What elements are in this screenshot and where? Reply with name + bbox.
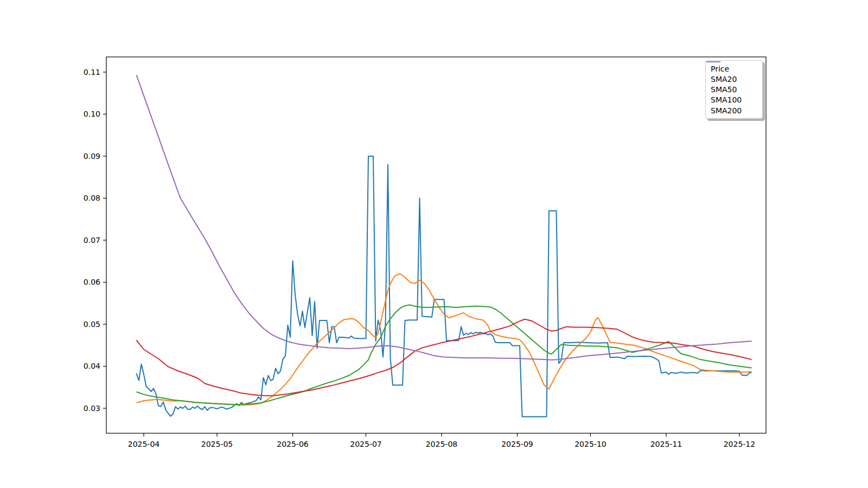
- legend-item-sma200: SMA200: [711, 105, 757, 115]
- y-tick-label: 0.11: [84, 68, 100, 76]
- legend-label-sma20: SMA20: [711, 75, 737, 84]
- y-tick-label: 0.06: [84, 278, 100, 286]
- legend: Price SMA20 SMA50 SMA100 SMA200: [705, 60, 763, 119]
- legend-item-sma50: SMA50: [711, 85, 757, 95]
- x-tick-label: 2025-06: [277, 440, 309, 448]
- legend-item-price: Price: [711, 63, 757, 74]
- y-tick-label: 0.09: [84, 152, 100, 160]
- y-tick-label: 0.10: [84, 110, 100, 118]
- x-tick-label: 2025-08: [426, 440, 458, 448]
- y-axis: 0.030.040.050.060.070.080.090.100.11: [84, 68, 106, 413]
- y-tick-label: 0.04: [84, 362, 100, 370]
- y-tick-label: 0.03: [84, 404, 100, 413]
- figure: 2025-042025-052025-062025-072025-082025-…: [0, 0, 868, 488]
- x-tick-label: 2025-11: [650, 440, 682, 448]
- x-tick-label: 2025-09: [501, 440, 533, 448]
- legend-item-sma100: SMA100: [711, 95, 757, 105]
- series-line-sma200: [137, 75, 752, 359]
- x-tick-label: 2025-05: [201, 440, 233, 448]
- sma200-line-swatch-icon: [706, 61, 721, 63]
- x-tick-label: 2025-07: [350, 440, 382, 448]
- x-axis: 2025-042025-052025-062025-072025-082025-…: [128, 433, 755, 448]
- legend-item-sma20: SMA20: [711, 74, 757, 84]
- legend-label-sma200: SMA200: [711, 106, 742, 115]
- y-tick-label: 0.08: [84, 194, 100, 202]
- series-line-sma20: [137, 274, 752, 405]
- legend-label-price: Price: [711, 65, 729, 73]
- x-tick-label: 2025-12: [724, 440, 756, 448]
- plot-lines: [137, 75, 752, 416]
- y-tick-label: 0.05: [84, 320, 100, 329]
- x-tick-label: 2025-10: [575, 440, 607, 448]
- y-tick-label: 0.07: [84, 236, 100, 245]
- legend-label-sma100: SMA100: [711, 95, 742, 104]
- series-line-price: [137, 156, 752, 417]
- x-tick-label: 2025-04: [128, 440, 160, 448]
- plot-border: [106, 57, 766, 433]
- legend-label-sma50: SMA50: [711, 85, 737, 94]
